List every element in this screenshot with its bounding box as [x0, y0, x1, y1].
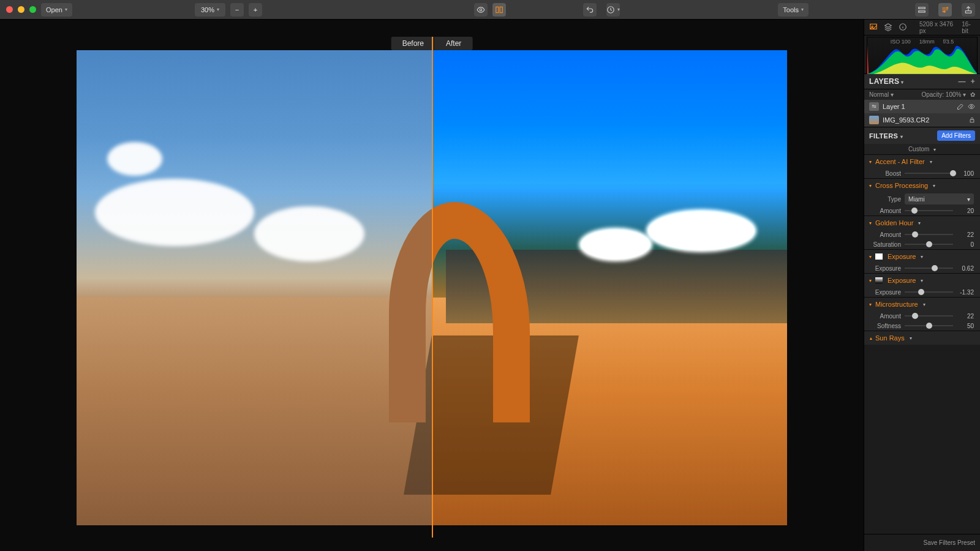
export-button[interactable] [962, 3, 975, 17]
filter-group-header[interactable]: ▸Sun Rays▾ [864, 331, 980, 345]
filter-param: Exposure-1.32 [864, 287, 980, 297]
filter-group: ▾Accent - AI Filter▾Boost100 [864, 154, 980, 178]
slider[interactable] [905, 312, 953, 320]
filter-group-header[interactable]: ▾Exposure▾ [864, 250, 980, 263]
filter-param: Amount20 [864, 206, 980, 216]
slider[interactable] [905, 288, 953, 296]
open-button[interactable]: Open ▾ [41, 3, 72, 17]
slider[interactable] [905, 231, 953, 238]
slider[interactable] [905, 170, 953, 177]
image-canvas[interactable]: Before After [77, 50, 787, 525]
filter-group-header[interactable]: ▾Exposure▾ [864, 274, 980, 287]
filter-group-header[interactable]: ▾Golden Hour▾ [864, 216, 980, 230]
param-label: Amount [870, 208, 901, 214]
zoom-out-button[interactable]: − [230, 3, 244, 17]
image-dimensions: 5208 x 3476 px [919, 21, 956, 34]
layer-settings-icon[interactable]: ✿ [970, 91, 975, 98]
param-label: Exposure [870, 265, 901, 272]
quick-preview-button[interactable] [474, 3, 488, 17]
svg-rect-1 [496, 7, 499, 12]
compare-button[interactable] [492, 3, 506, 17]
slider[interactable] [905, 322, 953, 329]
info-tab-icon[interactable] [899, 23, 907, 32]
chevron-down-icon: ▾ [918, 220, 921, 226]
window-controls [6, 6, 36, 13]
layer-row[interactable]: IMG_9593.CR2 [864, 113, 980, 127]
type-value: Miami [908, 196, 925, 203]
chevron-down-icon: ▾ [933, 183, 935, 189]
layer-name: IMG_9593.CR2 [883, 116, 965, 124]
save-filters-preset-button[interactable]: Save Filters Preset [924, 539, 975, 546]
zoom-window-button[interactable] [29, 6, 36, 13]
histogram[interactable]: ISO 100 18mm f/3.5 [867, 37, 978, 73]
side-panel-toggle-button[interactable] [938, 3, 952, 17]
filter-param: Amount22 [864, 311, 980, 321]
compare-divider-handle[interactable] [432, 37, 433, 538]
filter-name: Cross Processing [875, 182, 928, 189]
slider[interactable] [905, 241, 953, 248]
filter-name: Microstructure [875, 301, 918, 308]
canvas-area: Before After [0, 20, 864, 551]
opacity-value: 100% [946, 91, 962, 98]
type-dropdown[interactable]: Miami▾ [905, 193, 974, 204]
add-filters-button[interactable]: Add Filters [937, 130, 975, 141]
param-value: 0 [957, 241, 974, 248]
slider[interactable] [905, 207, 953, 214]
layer-lock-icon[interactable] [969, 117, 975, 123]
filter-param: Exposure0.62 [864, 263, 980, 273]
undo-button[interactable] [583, 3, 597, 17]
filter-group: ▾Cross Processing▾TypeMiami▾Amount20 [864, 178, 980, 216]
filter-group-header[interactable]: ▾Microstructure▾ [864, 298, 980, 311]
param-value: 22 [957, 231, 974, 238]
filter-param: Boost100 [864, 168, 980, 178]
presets-panel-button[interactable] [915, 3, 929, 17]
slider[interactable] [905, 264, 953, 272]
zoom-in-button[interactable]: + [249, 3, 262, 17]
filter-group: ▾Exposure▾Exposure0.62 [864, 249, 980, 273]
filter-name: Accent - AI Filter [875, 158, 925, 165]
disclosure-triangle-icon: ▾ [869, 220, 872, 226]
minimize-window-button[interactable] [18, 6, 24, 13]
panel-tab-bar: 5208 x 3476 px 16-bit [864, 20, 980, 36]
chevron-down-icon: ▾ [923, 302, 925, 307]
param-label: Exposure [870, 289, 901, 296]
layer-visibility-icon[interactable] [968, 103, 975, 110]
chevron-down-icon: ▾ [617, 7, 620, 12]
param-value: 0.62 [957, 265, 974, 272]
collapse-layers-icon[interactable]: — [958, 77, 965, 86]
chevron-down-icon: ▾ [801, 7, 804, 12]
bit-depth: 16-bit [962, 21, 975, 34]
adjustment-layer-icon [869, 102, 879, 111]
filter-param: Amount22 [864, 230, 980, 239]
add-layer-icon[interactable]: + [971, 77, 975, 86]
zoom-level-dropdown[interactable]: 30% ▾ [195, 3, 225, 17]
filter-group-header[interactable]: ▾Cross Processing▾ [864, 179, 980, 192]
tools-dropdown[interactable]: Tools ▾ [778, 3, 809, 17]
histogram-tab-icon[interactable] [869, 23, 878, 32]
param-label: Type [870, 196, 901, 203]
filter-group: ▾Microstructure▾Amount22Softness50 [864, 297, 980, 331]
param-label: Amount [870, 231, 901, 238]
mask-swatch-icon [875, 253, 883, 260]
param-label: Saturation [870, 241, 901, 248]
layer-name: Layer 1 [883, 103, 953, 110]
filters-preset-dropdown[interactable]: Custom ▾ [908, 146, 936, 152]
filter-group: ▸Sun Rays▾ [864, 331, 980, 345]
after-label: After [435, 37, 472, 50]
filter-name: Sun Rays [875, 334, 905, 342]
param-label: Amount [870, 313, 901, 320]
svg-point-14 [971, 106, 973, 108]
chevron-down-icon: ▾ [65, 7, 67, 12]
filter-name: Exposure [888, 253, 916, 260]
filter-group-header[interactable]: ▾Accent - AI Filter▾ [864, 155, 980, 168]
close-window-button[interactable] [6, 6, 13, 13]
blend-mode-dropdown[interactable]: Normal ▾ [869, 91, 894, 98]
svg-rect-15 [970, 120, 974, 122]
layers-tab-icon[interactable] [884, 23, 892, 32]
layer-brush-icon[interactable] [957, 103, 964, 110]
disclosure-triangle-icon: ▾ [869, 183, 872, 189]
layer-row[interactable]: Layer 1 [864, 100, 980, 113]
layers-section-header[interactable]: LAYERS▾ — + [864, 73, 980, 89]
history-button[interactable]: ▾ [606, 3, 620, 17]
svg-rect-2 [500, 7, 502, 12]
